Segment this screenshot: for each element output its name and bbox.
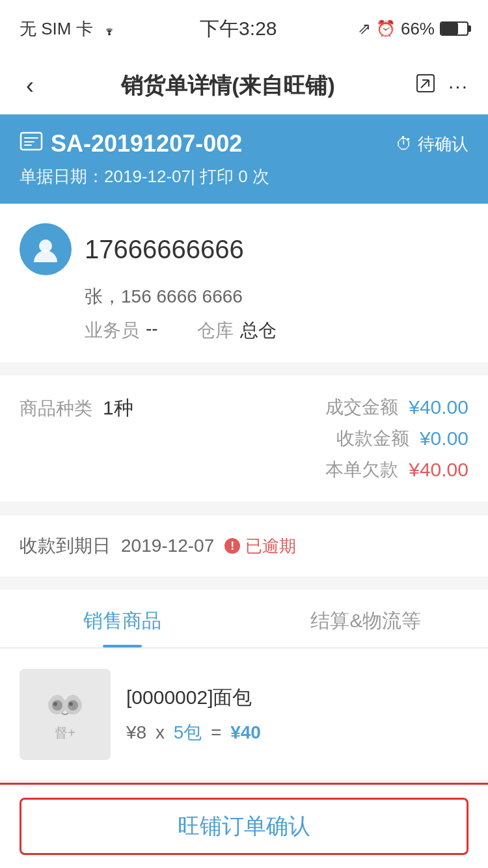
customer-name-phone: 张，156 6666 6666: [20, 284, 468, 309]
equals-sign: =: [211, 722, 221, 742]
confirm-button[interactable]: 旺铺订单确认: [20, 798, 468, 855]
order-header-top: SA-20191207-002 ⏱ 待确认: [20, 130, 468, 157]
overdue-badge: ! 已逾期: [224, 535, 296, 558]
location-icon: ⇗: [358, 20, 371, 38]
customer-top: 17666666666: [20, 223, 468, 275]
status-time: 下午3:28: [200, 16, 277, 42]
order-status: ⏱ 待确认: [396, 133, 468, 156]
salesperson-value: --: [146, 318, 158, 343]
product-name: [0000002]面包: [126, 685, 468, 711]
owed-label: 本单欠款: [325, 457, 398, 482]
avatar: [20, 223, 72, 275]
order-number: SA-20191207-002: [51, 130, 242, 157]
price-value: ¥8: [126, 722, 146, 742]
product-info: [0000002]面包 ¥8 x 5包 = ¥40: [126, 685, 468, 745]
product-logo: 督+: [39, 687, 91, 742]
customer-meta: 业务员 -- 仓库 总仓: [20, 318, 468, 343]
battery-icon: [440, 21, 468, 36]
tabs-bar: 销售商品 结算&物流等: [0, 590, 488, 648]
battery-percent: 66%: [401, 19, 435, 39]
tab-settlement-logistics[interactable]: 结算&物流等: [244, 590, 488, 647]
owed-value: ¥40.00: [409, 459, 468, 481]
svg-point-0: [108, 33, 111, 36]
owed-row: 本单欠款 ¥40.00: [325, 457, 468, 482]
salesperson-label: 业务员: [85, 318, 139, 343]
print-info: | 打印 0 次: [191, 167, 269, 186]
warehouse-label: 仓库: [197, 318, 234, 343]
bottom-bar: 旺铺订单确认: [0, 783, 488, 868]
order-date: 单据日期：2019-12-07| 打印 0 次: [20, 165, 468, 188]
alarm-icon: ⏰: [376, 20, 396, 38]
logo-text: 督+: [55, 724, 75, 742]
date-label: 单据日期：: [20, 167, 104, 186]
page-title: 销货单详情(来自旺铺): [40, 71, 416, 101]
status-bar: 无 SIM 卡 下午3:28 ⇗ ⏰ 66%: [0, 0, 488, 57]
customer-section: 17666666666 张，156 6666 6666 业务员 -- 仓库 总仓: [0, 204, 488, 362]
svg-point-6: [52, 700, 62, 711]
due-label: 收款到期日: [20, 534, 111, 558]
overdue-text: 已逾期: [245, 535, 296, 558]
back-button[interactable]: ‹: [20, 66, 40, 106]
more-button[interactable]: ···: [448, 75, 468, 97]
date-value: 2019-12-07: [104, 167, 191, 186]
summary-left: 商品种类 1种: [20, 395, 133, 422]
salesperson-item: 业务员 --: [85, 318, 158, 343]
warehouse-value: 总仓: [240, 318, 277, 343]
amount-value: ¥40.00: [409, 396, 468, 418]
svg-point-9: [69, 702, 73, 706]
order-id: SA-20191207-002: [20, 130, 242, 157]
table-row: 督+ [0000002]面包 ¥8 x 5包 = ¥40: [0, 649, 488, 780]
share-button[interactable]: [416, 74, 435, 98]
received-label: 收款金额: [336, 426, 409, 451]
due-section: 收款到期日 2019-12-07 ! 已逾期: [0, 515, 488, 576]
status-text: 待确认: [418, 133, 468, 156]
order-icon: [20, 131, 43, 156]
status-clock-icon: ⏱: [396, 134, 413, 154]
received-value: ¥0.00: [420, 427, 468, 450]
multiply-sign: x: [156, 722, 165, 742]
nav-actions: ···: [416, 74, 468, 98]
summary-right: 成交金额 ¥40.00 收款金额 ¥0.00 本单欠款 ¥40.00: [325, 395, 468, 482]
warehouse-item: 仓库 总仓: [197, 318, 277, 343]
summary-section: 商品种类 1种 成交金额 ¥40.00 收款金额 ¥0.00 本单欠款 ¥40.…: [0, 375, 488, 502]
product-thumbnail: 督+: [20, 669, 111, 760]
status-left: 无 SIM 卡: [20, 18, 119, 40]
product-qty: 5包: [174, 722, 202, 742]
status-right: ⇗ ⏰ 66%: [358, 19, 468, 39]
product-price: ¥8 x 5包 = ¥40: [126, 720, 468, 745]
carrier-text: 无 SIM 卡: [20, 18, 93, 40]
product-list: 督+ [0000002]面包 ¥8 x 5包 = ¥40: [0, 649, 488, 780]
wifi-icon: [100, 21, 119, 36]
tab-sales-products[interactable]: 销售商品: [0, 590, 244, 647]
order-header: SA-20191207-002 ⏱ 待确认 单据日期：2019-12-07| 打…: [0, 115, 488, 204]
nav-bar: ‹ 销货单详情(来自旺铺) ···: [0, 57, 488, 115]
amount-row: 成交金额 ¥40.00: [325, 395, 468, 420]
product-type-label: 商品种类: [20, 396, 92, 421]
amount-label: 成交金额: [325, 395, 398, 420]
product-total: ¥40: [230, 722, 261, 742]
svg-point-7: [68, 700, 78, 711]
svg-point-8: [53, 702, 57, 706]
overdue-icon: !: [224, 538, 240, 554]
product-type-value: 1种: [103, 395, 133, 422]
due-date: 2019-12-07: [121, 536, 214, 556]
received-row: 收款金额 ¥0.00: [336, 426, 468, 451]
customer-phone: 17666666666: [85, 235, 244, 264]
